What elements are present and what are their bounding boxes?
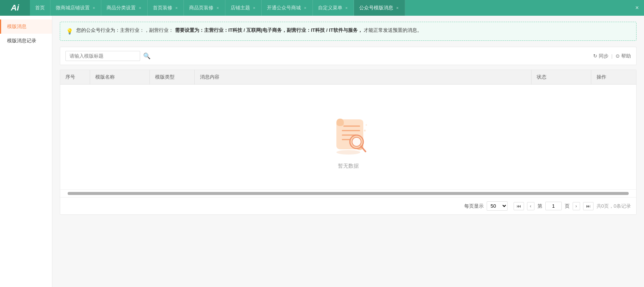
- nav-tab-商品分类设置[interactable]: 商品分类设置×: [101, 0, 147, 16]
- nav-tab-close-icon[interactable]: ×: [175, 5, 178, 10]
- nav-tab-close-icon[interactable]: ×: [345, 5, 348, 10]
- empty-state: 暂无数据: [60, 85, 636, 189]
- col-header-name: 模版名称: [90, 70, 150, 84]
- page-size-select[interactable]: 50 10 20 100: [487, 201, 508, 211]
- table: 序号 模版名称 模版类型 消息内容 状态 操作: [60, 70, 637, 215]
- col-header-status: 状态: [531, 70, 591, 84]
- nav-tab-label: 首页装修: [153, 4, 172, 11]
- search-left: 🔍: [65, 51, 151, 61]
- col-header-type: 模版类型: [150, 70, 195, 84]
- nav-tab-label: 店铺主题: [231, 4, 250, 11]
- nav-tabs: 首页微商城店铺设置×商品分类设置×首页装修×商品页装修×店铺主题×开通公众号商城…: [30, 0, 630, 16]
- next-page-button[interactable]: ›: [573, 202, 580, 210]
- nav-tab-close-icon[interactable]: ×: [138, 5, 142, 10]
- page-size-label: 每页显示: [464, 203, 484, 210]
- page-unit: 页: [565, 203, 570, 210]
- nav-tab-首页装修[interactable]: 首页装修×: [148, 0, 184, 16]
- nav-tab-close-icon[interactable]: ×: [216, 5, 219, 10]
- nav-tab-自定义菜单[interactable]: 自定义菜单×: [313, 0, 354, 16]
- prev-page-button[interactable]: ‹: [527, 202, 534, 210]
- svg-point-0: [336, 150, 360, 155]
- nav-tab-label: 商品分类设置: [107, 4, 136, 11]
- empty-illustration: [326, 112, 371, 157]
- help-button[interactable]: ⊙ 帮助: [616, 53, 631, 59]
- page-word: 第: [537, 203, 542, 210]
- search-bar: 🔍 ↻ 同步 | ⊙ 帮助: [60, 47, 637, 65]
- empty-text: 暂无数据: [338, 163, 359, 170]
- svg-point-10: [366, 124, 367, 126]
- nav-tab-label: 商品页装修: [189, 4, 213, 11]
- table-header: 序号 模版名称 模版类型 消息内容 状态 操作: [60, 70, 636, 85]
- scrollbar-track: [68, 192, 629, 195]
- svg-point-8: [360, 125, 363, 128]
- sync-icon: ↻: [593, 53, 597, 59]
- content-area: 💡 您的公众号行业为：主营行业：，副营行业： 需要设置为：主营行业：IT科技 /…: [52, 16, 644, 287]
- pagination: 每页显示 50 10 20 100 ⏮ ‹ 第 页 › ⏭ 共0页，0条记录: [60, 197, 636, 214]
- search-input[interactable]: [65, 51, 140, 61]
- svg-point-6: [352, 137, 361, 146]
- alert-icon: 💡: [66, 27, 73, 36]
- sync-button[interactable]: ↻ 同步: [593, 53, 608, 59]
- alert-banner: 💡 您的公众号行业为：主营行业：，副营行业： 需要设置为：主营行业：IT科技 /…: [60, 22, 637, 41]
- svg-point-9: [364, 130, 366, 132]
- divider: |: [611, 53, 613, 59]
- first-page-button[interactable]: ⏮: [514, 202, 524, 210]
- sidebar-item-模版消息[interactable]: 模版消息: [0, 19, 52, 34]
- nav-tab-公众号模版消息[interactable]: 公众号模版消息×: [354, 0, 405, 16]
- main-layout: 模版消息模版消息记录 💡 您的公众号行业为：主营行业：，副营行业： 需要设置为：…: [0, 16, 644, 287]
- nav-tab-商品页装修[interactable]: 商品页装修×: [184, 0, 225, 16]
- nav-tab-close-icon[interactable]: ×: [252, 5, 256, 10]
- horizontal-scrollbar[interactable]: [60, 189, 636, 197]
- scrollbar-thumb: [68, 192, 629, 195]
- alert-text: 您的公众号行业为：主营行业：，副营行业： 需要设置为：主营行业：IT科技 / 互…: [76, 27, 422, 34]
- last-page-button[interactable]: ⏭: [583, 202, 594, 210]
- nav-tab-开通公众号商城[interactable]: 开通公众号商城×: [262, 0, 312, 16]
- nav-tab-label: 首页: [35, 4, 45, 11]
- top-nav-bar: Ai 首页微商城店铺设置×商品分类设置×首页装修×商品页装修×店铺主题×开通公众…: [0, 0, 644, 16]
- page-number-input[interactable]: [545, 202, 562, 210]
- nav-tab-close-icon[interactable]: ×: [92, 5, 96, 10]
- nav-tab-店铺主题[interactable]: 店铺主题×: [225, 0, 262, 16]
- nav-tab-label: 开通公众号商城: [267, 4, 301, 11]
- help-icon: ⊙: [616, 53, 620, 59]
- nav-tab-首页[interactable]: 首页: [30, 0, 50, 16]
- sidebar-items: 模版消息模版消息记录: [0, 19, 52, 48]
- nav-tab-微商城店铺设置[interactable]: 微商城店铺设置×: [50, 0, 101, 16]
- nav-tab-label: 微商城店铺设置: [56, 4, 90, 11]
- nav-tab-label: 公众号模版消息: [359, 4, 393, 11]
- nav-tab-label: 自定义菜单: [318, 4, 342, 11]
- search-button[interactable]: 🔍: [143, 52, 151, 59]
- logo: Ai: [0, 0, 30, 16]
- nav-tab-close-icon[interactable]: ×: [395, 5, 399, 10]
- search-right: ↻ 同步 | ⊙ 帮助: [593, 53, 631, 59]
- col-header-index: 序号: [60, 70, 90, 84]
- close-all-button[interactable]: ×: [630, 4, 644, 11]
- nav-tab-close-icon[interactable]: ×: [303, 5, 307, 10]
- col-header-content: 消息内容: [195, 70, 531, 84]
- col-header-action: 操作: [591, 70, 636, 84]
- page-total: 共0页，0条记录: [597, 203, 631, 210]
- sidebar: 模版消息模版消息记录: [0, 16, 52, 287]
- sidebar-item-模版消息记录[interactable]: 模版消息记录: [0, 34, 52, 48]
